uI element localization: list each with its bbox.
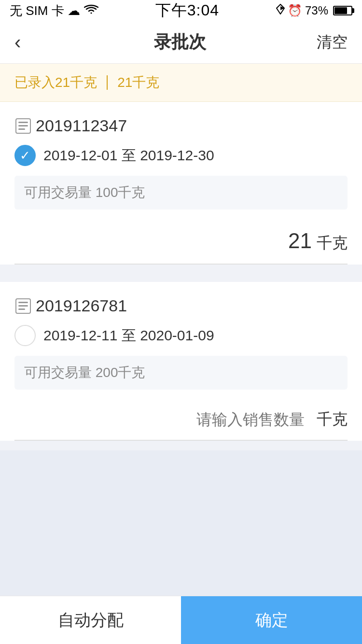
batch-2-radio[interactable] <box>14 325 36 346</box>
confirm-button[interactable]: 确定 <box>181 596 362 644</box>
info-banner: 已录入21千克 21千克 <box>0 64 362 102</box>
batch-2-header: 2019126781 <box>0 282 362 320</box>
bottom-bar: 自动分配 确定 <box>0 596 362 644</box>
batch-2-id: 2019126781 <box>36 296 127 315</box>
check-icon: ✓ <box>20 149 30 162</box>
location-icon <box>276 4 285 17</box>
batch-1-unit: 千克 <box>317 233 348 254</box>
status-time: 下午3:04 <box>155 0 219 21</box>
card-separator <box>0 274 362 282</box>
info-divider <box>107 75 108 90</box>
recorded-value: 21千克 <box>117 73 159 92</box>
svg-rect-3 <box>18 125 28 126</box>
svg-rect-8 <box>18 308 25 310</box>
sim-label: 无 SIM 卡 ☁ <box>10 2 80 19</box>
svg-rect-7 <box>18 305 28 307</box>
batch-2-unit: 千克 <box>317 409 348 430</box>
wifi-icon <box>84 3 98 18</box>
svg-rect-2 <box>18 122 28 123</box>
battery-icon <box>333 6 352 15</box>
recorded-label: 已录入21千克 <box>14 73 97 92</box>
auto-distribute-label: 自动分配 <box>58 609 124 631</box>
back-button[interactable]: ‹ <box>14 31 43 53</box>
batch-1-amount: 21 <box>288 229 312 253</box>
batch-2-divider <box>14 440 348 441</box>
main-content: 2019112347 ✓ 2019-12-01 至 2019-12-30 可用交… <box>0 102 362 644</box>
batch-1-icon <box>14 118 32 134</box>
batch-1-available: 可用交易量 100千克 <box>14 176 348 210</box>
batch-1-radio[interactable]: ✓ <box>14 145 36 166</box>
battery-percent: 73% <box>305 4 328 17</box>
batch-2-input-row[interactable]: 千克 <box>0 399 362 440</box>
batch-2-icon <box>14 298 32 314</box>
batch-2-avail-text: 可用交易量 200千克 <box>24 365 145 380</box>
batch-1-amount-row: 21 千克 <box>0 219 362 264</box>
auto-distribute-button[interactable]: 自动分配 <box>0 596 181 644</box>
batch-2-row[interactable]: 2019-12-11 至 2020-01-09 <box>0 320 362 351</box>
batch-2-available: 可用交易量 200千克 <box>14 356 348 390</box>
nav-bar: ‹ 录批次 清空 <box>0 21 362 64</box>
batch-1-date: 2019-12-01 至 2019-12-30 <box>43 146 214 166</box>
batch-card-1: 2019112347 ✓ 2019-12-01 至 2019-12-30 可用交… <box>0 102 362 265</box>
status-bar: 无 SIM 卡 ☁ 下午3:04 ⏰ 73% <box>0 0 362 21</box>
batch-1-row[interactable]: ✓ 2019-12-01 至 2019-12-30 <box>0 140 362 171</box>
batch-card-2: 2019126781 2019-12-11 至 2020-01-09 可用交易量… <box>0 282 362 441</box>
svg-rect-4 <box>18 128 25 130</box>
status-right: ⏰ 73% <box>276 4 352 17</box>
qty-input[interactable] <box>14 411 312 429</box>
batch-1-header: 2019112347 <box>0 102 362 140</box>
batch-2-date: 2019-12-11 至 2020-01-09 <box>43 326 214 346</box>
clear-button[interactable]: 清空 <box>317 32 348 53</box>
svg-rect-6 <box>18 302 28 303</box>
page-title: 录批次 <box>154 30 206 54</box>
batch-1-avail-text: 可用交易量 100千克 <box>24 185 145 200</box>
batch-1-id: 2019112347 <box>36 116 127 135</box>
batch-1-divider <box>14 264 348 265</box>
confirm-label: 确定 <box>255 609 288 631</box>
alarm-icon: ⏰ <box>288 4 302 17</box>
status-left: 无 SIM 卡 ☁ <box>10 2 98 19</box>
